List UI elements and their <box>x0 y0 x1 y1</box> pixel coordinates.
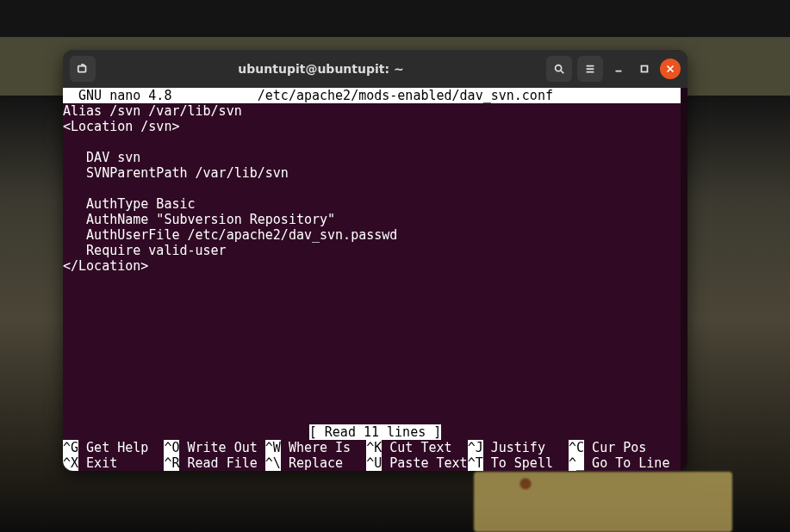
nano-help-label: Go To Line <box>584 455 669 471</box>
nano-status-wrap: [ Read 11 lines ] <box>63 424 687 440</box>
nano-help-row: ^X Exit ^R Read File ^\ Replace ^U Paste… <box>63 455 687 471</box>
maximize-button[interactable] <box>634 59 655 79</box>
search-icon <box>553 63 565 75</box>
svg-point-1 <box>556 65 562 71</box>
svg-rect-0 <box>78 66 86 72</box>
nano-help-key: ^K <box>366 440 382 455</box>
nano-help-label: Where Is <box>281 440 366 455</box>
nano-help-label: Read File <box>179 455 264 471</box>
window-title: ubuntupit@ubuntupit: ~ <box>238 62 403 76</box>
desktop-wallpaper: ubuntupit@ubuntupit: ~ GNU nano 4.8 /etc… <box>0 0 790 532</box>
nano-file-text: Alias /svn /var/lib/svn <Location /svn> … <box>63 103 687 274</box>
nano-help-key: ^T <box>468 455 483 471</box>
new-tab-button[interactable] <box>70 56 96 82</box>
nano-help-key: ^J <box>468 440 483 455</box>
search-button[interactable] <box>546 56 572 82</box>
hamburger-icon <box>584 63 596 75</box>
menu-button[interactable] <box>577 56 603 82</box>
nano-help-key: ^R <box>164 455 179 471</box>
minimize-icon <box>613 63 625 75</box>
nano-help-key: ^C <box>569 440 584 455</box>
maximize-icon <box>638 63 650 75</box>
minimize-button[interactable] <box>608 59 629 79</box>
nano-help-row: ^G Get Help ^O Write Out ^W Where Is ^K … <box>63 440 687 455</box>
window-titlebar: ubuntupit@ubuntupit: ~ <box>63 50 687 88</box>
nano-help-key: ^\ <box>265 455 281 471</box>
nano-status-line: [ Read 11 lines ] <box>309 424 442 440</box>
nano-help-key: ^X <box>63 455 78 471</box>
nano-help-label: Replace <box>281 455 366 471</box>
nano-help-label: Justify <box>483 440 569 455</box>
terminal-scrollbar[interactable] <box>681 88 687 471</box>
nano-help-label: Get Help <box>78 440 164 455</box>
nano-help-label: Paste Text <box>382 455 467 471</box>
terminal-content[interactable]: GNU nano 4.8 /etc/apache2/mods-enabled/d… <box>63 88 687 471</box>
nano-help-key: ^W <box>265 440 281 455</box>
svg-rect-2 <box>642 66 648 72</box>
nano-help-bar: ^G Get Help ^O Write Out ^W Where Is ^K … <box>63 440 687 471</box>
nano-help-label: Cur Pos <box>584 440 646 455</box>
nano-header-line: GNU nano 4.8 /etc/apache2/mods-enabled/d… <box>63 88 687 103</box>
nano-help-label: Write Out <box>179 440 264 455</box>
nano-help-label: Cut Text <box>382 440 467 455</box>
nano-help-label: Exit <box>78 455 164 471</box>
terminal-window: ubuntupit@ubuntupit: ~ GNU nano 4.8 /etc… <box>63 50 687 471</box>
new-tab-icon <box>77 63 89 75</box>
close-icon <box>664 63 676 75</box>
nano-help-key: ^_ <box>569 455 584 471</box>
nano-help-key: ^G <box>63 440 78 455</box>
nano-help-key: ^O <box>164 440 179 455</box>
nano-help-key: ^U <box>366 455 382 471</box>
nano-help-label: To Spell <box>483 455 569 471</box>
close-button[interactable] <box>660 59 681 79</box>
